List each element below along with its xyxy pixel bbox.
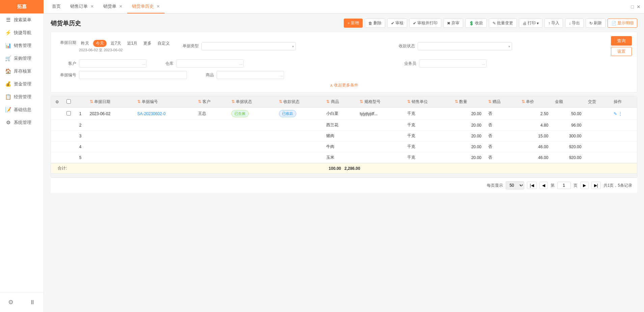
discard-button[interactable]: ✖ 弃审 [443, 19, 463, 28]
row-more-btn[interactable]: ⋮ [618, 111, 622, 116]
doc-no-input[interactable] [79, 71, 187, 79]
row-goods: 西兰花 [323, 120, 356, 131]
query-button[interactable]: 查询 [611, 36, 632, 46]
collapse-button[interactable]: ∧ 收起更多条件 [330, 82, 358, 88]
col-customer[interactable]: ⇅ 客户 [195, 96, 228, 108]
col-doc-status[interactable]: ⇅ 单据状态 [228, 96, 276, 108]
doc-type-label: 单据类型 [178, 43, 199, 49]
export-button[interactable]: ↓ 导出 [565, 19, 584, 28]
date-today[interactable]: 今天 [93, 40, 107, 47]
row-doc-no[interactable]: SA-20230602-0 [134, 108, 195, 120]
col-doc-date[interactable]: ⇅ 单据日期 [86, 96, 134, 108]
sidebar-item-label: 销售管理 [14, 43, 31, 49]
goods-input[interactable] [217, 71, 284, 79]
sidebar-item-quick-nav[interactable]: ⚡ 快捷导航 [0, 26, 44, 39]
sidebar-item-sys-mgmt[interactable]: ⚙ 系统管理 [0, 116, 44, 129]
row-delivery [585, 120, 610, 131]
add-button[interactable]: + 新增 [344, 19, 363, 28]
audit-button[interactable]: ✔ 审核 [387, 19, 407, 28]
import-button[interactable]: ↑ 导入 [544, 19, 563, 28]
row-pay-status [276, 131, 323, 141]
row-checkbox[interactable] [66, 111, 71, 115]
date-last7days[interactable]: 近7天 [109, 40, 123, 47]
row-doc-no[interactable] [134, 120, 195, 131]
sidebar-item-inventory[interactable]: 🏠 库存核算 [0, 65, 44, 78]
col-spec[interactable]: ⇅ 规格型号 [356, 96, 404, 108]
warehouse-input[interactable] [176, 59, 244, 68]
date-more[interactable]: 更多 [141, 40, 153, 47]
tab-sales-history[interactable]: 销货单历史 ✕ [127, 0, 165, 14]
sort-icon: ⇅ [488, 99, 492, 104]
tab-sales-order-close[interactable]: ✕ [90, 4, 94, 9]
row-delivery [585, 108, 610, 120]
select-all-checkbox[interactable] [66, 99, 71, 104]
tab-home[interactable]: 首页 [47, 0, 65, 14]
next-page-btn[interactable]: ▶ [580, 182, 589, 189]
basic-info-icon: 📝 [5, 107, 11, 113]
col-unit[interactable]: ⇅ 销售单位 [404, 96, 451, 108]
sidebar-item-basic-info[interactable]: 📝 基础信息 [0, 103, 44, 116]
goods-more-btn[interactable]: ... [280, 73, 283, 77]
sidebar-item-sales-mgmt[interactable]: 📊 销售管理 [0, 39, 44, 52]
refresh-button[interactable]: ↻ 刷新 [586, 19, 606, 28]
last-page-btn[interactable]: ▶| [591, 182, 601, 189]
audit-print-button[interactable]: ✔ 审核并打印 [409, 19, 441, 28]
print-button[interactable]: 🖨 打印 ▾ [519, 19, 542, 28]
tab-sales-order[interactable]: 销售订单 ✕ [65, 0, 99, 14]
row-gift: 否 [485, 108, 518, 120]
col-settings[interactable]: ⚙ [51, 96, 63, 108]
col-doc-no[interactable]: ⇅ 单据编号 [134, 96, 195, 108]
date-custom[interactable]: 自定义 [156, 40, 172, 47]
sidebar-item-ops-mgmt[interactable]: 📋 经营管理 [0, 90, 44, 103]
maximize-btn[interactable]: □ [631, 4, 634, 9]
col-price[interactable]: ⇅ 单价 [518, 96, 552, 108]
tab-sales-delivery-close[interactable]: ✕ [119, 4, 122, 9]
row-checkbox-cell[interactable] [63, 120, 74, 131]
customer-input[interactable] [79, 59, 146, 68]
row-doc-no[interactable] [134, 152, 195, 163]
row-doc-no[interactable] [134, 131, 195, 141]
row-doc-no[interactable] [134, 141, 195, 152]
refresh-icon: ↻ [589, 21, 593, 26]
per-page-select[interactable]: 50 20 100 [506, 181, 524, 189]
row-gift: 否 [485, 120, 518, 131]
customer-more-btn[interactable]: ... [142, 61, 145, 66]
salesperson-input[interactable] [419, 59, 486, 68]
row-edit-btn[interactable]: ✎ [614, 111, 617, 116]
sidebar-item-search-menu[interactable]: ☰ 搜索菜单 [0, 14, 44, 26]
sidebar-bottom-settings[interactable]: ⚙ [3, 296, 19, 309]
col-checkbox[interactable] [63, 96, 74, 108]
prev-page-btn[interactable]: ◀ [539, 182, 548, 189]
col-gift[interactable]: ⇅ 赠品 [485, 96, 518, 108]
delete-button[interactable]: 🗑 删除 [365, 19, 385, 28]
date-last1month[interactable]: 近1月 [125, 40, 140, 47]
row-doc-status [228, 120, 276, 131]
date-yesterday[interactable]: 昨天 [79, 40, 91, 47]
salesperson-more-btn[interactable]: ... [482, 61, 485, 66]
horizontal-scrollbar[interactable] [51, 173, 637, 177]
col-goods[interactable]: ⇅ 商品 [323, 96, 356, 108]
col-pay-status[interactable]: ⇅ 收款状态 [276, 96, 323, 108]
first-page-btn[interactable]: |◀ [527, 182, 536, 189]
row-checkbox-cell[interactable] [63, 108, 74, 120]
batch-change-button[interactable]: ✎ 批量变更 [489, 19, 517, 28]
warehouse-more-btn[interactable]: ... [239, 61, 242, 66]
row-checkbox-cell[interactable] [63, 131, 74, 141]
sidebar-item-finance-mgmt[interactable]: 💰 资金管理 [0, 78, 44, 90]
doc-type-select[interactable] [201, 42, 296, 50]
page-number-input[interactable] [557, 182, 571, 189]
col-qty[interactable]: ⇅ 数量 [451, 96, 485, 108]
row-checkbox-cell[interactable] [63, 141, 74, 152]
collect-button[interactable]: 💲 收款 [465, 19, 487, 28]
filter-row-1: 单据日期 昨天 今天 近7天 近1月 更多 自定义 2023-06-02 至 2… [56, 36, 632, 56]
sidebar-item-label: 库存核算 [14, 68, 31, 74]
row-checkbox-cell[interactable] [63, 152, 74, 163]
sidebar-item-purchase-mgmt[interactable]: 🛒 采购管理 [0, 52, 44, 65]
settings-button[interactable]: 设置 [611, 47, 632, 56]
tab-sales-delivery[interactable]: 销货单 ✕ [99, 0, 127, 14]
show-detail-button[interactable]: 📄 显示明细 [608, 19, 637, 28]
payment-status-select[interactable] [418, 42, 512, 50]
sidebar-bottom-pause[interactable]: ⏸ [24, 296, 40, 309]
close-btn[interactable]: ✕ [637, 4, 641, 9]
tab-sales-history-close[interactable]: ✕ [157, 4, 160, 9]
